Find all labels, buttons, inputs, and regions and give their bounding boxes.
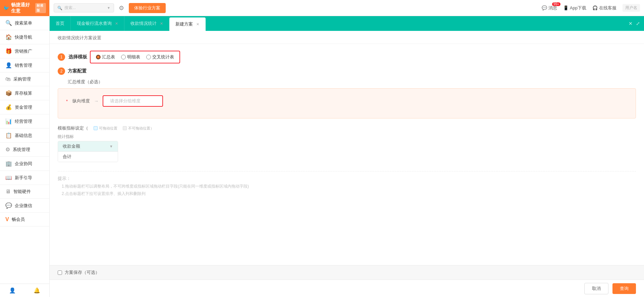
message-item[interactable]: 💬 消息 99+	[542, 5, 557, 11]
sidebar-item-member[interactable]: V 畅会员	[0, 213, 49, 227]
tips-section: 提示： 1.拖动标题栏可以调整布局，不可跨维度或指标区域拖动栏目字段(只能在同一…	[58, 171, 636, 201]
step1-label: 选择模板	[68, 54, 87, 60]
radio-summary-input[interactable]	[96, 55, 101, 59]
cancel-button[interactable]: 取消	[584, 283, 608, 294]
dimension-arrow: →	[94, 98, 99, 104]
tab-expand-icon[interactable]: ⤢	[636, 21, 640, 26]
sidebar-item-label: 企业协同	[15, 161, 32, 167]
radio-summary-label: 汇总表	[102, 54, 115, 60]
dimension-select[interactable]: 请选择分组维度	[103, 95, 163, 107]
sidebar-item-inventory[interactable]: 📦 库存核算	[0, 86, 49, 100]
indicator-section-label: 模板指标设定（	[58, 125, 88, 131]
step2-num: 2	[58, 67, 65, 75]
hardware-icon: 🖥	[5, 189, 11, 195]
tab-bank-flow-close[interactable]: ✕	[115, 21, 118, 26]
movable-label: 可拖动位置	[99, 126, 117, 131]
inventory-icon: 📦	[5, 90, 12, 96]
stat-col-header: 收款金额	[63, 143, 80, 149]
sidebar-item-label: 资金管理	[15, 104, 32, 110]
sidebar-item-system[interactable]: ⚙ 系统管理	[0, 143, 49, 157]
sidebar-item-guide[interactable]: 📖 新手引导	[0, 171, 49, 185]
sidebar-bottom-icon2[interactable]: 🔔	[34, 287, 40, 294]
sidebar-item-quick-nav[interactable]: 🏠 快捷导航	[0, 30, 49, 44]
app-download-item[interactable]: 📱 App下载	[563, 5, 586, 11]
content-area: 收款情况统计方案设置 1 选择模板 汇总表	[50, 31, 644, 280]
tips-item-2: 2.点击标题栏下拉可设置排序、插入列和删除列	[62, 190, 636, 198]
footer-bar: 取消 查询	[50, 280, 644, 297]
sidebar-item-wechat[interactable]: 💬 企业微信	[0, 199, 49, 213]
header-search-box[interactable]: 🔍 搜索... ▼	[54, 3, 114, 12]
logo-icon: 🐦	[3, 5, 9, 11]
tab-bank-flow[interactable]: 现金银行流水查询 ✕	[71, 16, 124, 31]
radio-cross-input[interactable]	[146, 55, 151, 59]
sidebar-item-label: 企业微信	[15, 203, 32, 209]
sidebar-item-finance[interactable]: 💰 资金管理	[0, 100, 49, 114]
sales-icon: 👤	[5, 62, 12, 68]
radio-detail-input[interactable]	[121, 55, 126, 59]
sidebar-bottom-icon1[interactable]: 👤	[9, 287, 16, 294]
gear-icon[interactable]: ⚙	[119, 4, 124, 12]
service-icon: 🎧	[592, 5, 598, 10]
tab-bar-right: ✕ ⤢	[625, 16, 644, 31]
sidebar-item-operation[interactable]: 📊 经营管理	[0, 114, 49, 129]
trial-btn[interactable]: 体验行业方案	[129, 3, 166, 13]
stat-col-row: 合计	[63, 154, 71, 159]
tab-new-plan[interactable]: 新建方案 ✕	[169, 17, 206, 31]
radio-detail[interactable]: 明细表	[121, 54, 140, 60]
tips-title: 提示：	[58, 176, 636, 182]
tab-close-all-icon[interactable]: ✕	[629, 21, 633, 26]
save-checkbox[interactable]	[58, 270, 62, 275]
tab-new-plan-label: 新建方案	[175, 21, 193, 27]
user-name[interactable]: 用户名	[623, 4, 640, 12]
sidebar-item-label: 库存核算	[15, 90, 32, 96]
dimension-label-text: 汇总维度（必选）	[68, 79, 103, 84]
query-button[interactable]: 查询	[612, 283, 636, 294]
save-label: 方案保存（可选）	[65, 269, 100, 276]
indicator-chevron-icon[interactable]: ▼	[109, 144, 113, 148]
tab-receipt-stat-close[interactable]: ✕	[160, 21, 163, 26]
sidebar-item-label: 新手引导	[15, 175, 32, 181]
indicator-label-row: 模板指标设定（ 可拖动位置 不可拖动位置）	[58, 125, 636, 131]
tab-bar: 首页 现金银行流水查询 ✕ 收款情况统计 ✕ 新建方案 ✕ ✕ ⤢	[50, 16, 644, 31]
radio-cross-label: 交叉统计表	[152, 54, 174, 60]
form-content: 1 选择模板 汇总表 明细表	[50, 44, 644, 265]
sidebar-item-label: 系统管理	[13, 147, 30, 153]
save-section: 方案保存（可选）	[50, 265, 644, 280]
vertical-label: 纵向维度	[72, 98, 90, 104]
sidebar-item-hardware[interactable]: 🖥 智能硬件	[0, 185, 49, 199]
tab-bank-flow-label: 现金银行流水查询	[77, 20, 112, 27]
stat-col: 统计指标 收款金额 ▼ 合计	[58, 134, 118, 163]
sidebar-item-label: 经营管理	[15, 118, 32, 125]
fixed-tag: 不可拖动位置）	[123, 126, 154, 131]
sidebar-item-search-menu[interactable]: 🔍 搜索菜单	[0, 16, 49, 30]
sidebar-item-label: 搜索菜单	[15, 20, 32, 26]
tab-new-plan-close[interactable]: ✕	[196, 22, 199, 27]
radio-cross[interactable]: 交叉统计表	[146, 54, 174, 60]
radio-summary[interactable]: 汇总表	[96, 54, 115, 60]
tab-home[interactable]: 首页	[50, 16, 71, 31]
step2-section: 2 方案配置 汇总维度（必选） * 纵向维度 → 请选择分组维度	[58, 67, 636, 201]
step2-label: 方案配置	[68, 68, 87, 74]
sidebar-item-basic-info[interactable]: 📋 基础信息	[0, 129, 49, 143]
tab-receipt-stat[interactable]: 收款情况统计 ✕	[124, 16, 169, 31]
indicator-table-row: 合计	[58, 152, 118, 162]
radio-detail-label: 明细表	[127, 54, 140, 60]
sidebar-item-purchase[interactable]: 🛍 采购管理	[0, 72, 49, 86]
app-download-label: App下载	[570, 5, 586, 11]
sidebar-item-marketing[interactable]: 🎁 营销推广	[0, 44, 49, 58]
sidebar-bottom: 👤 🔔	[0, 284, 49, 297]
enterprise-icon: 🏢	[5, 160, 12, 167]
sidebar-item-sales[interactable]: 👤 销售管理	[0, 58, 49, 72]
top-header: 🔍 搜索... ▼ ⚙ 体验行业方案 💬 消息 99+ 📱 App下载 🎧 在线…	[50, 0, 644, 16]
template-row: 汇总表 明细表 交叉统计表	[90, 51, 180, 63]
operation-icon: 📊	[5, 118, 12, 125]
movable-dot	[94, 126, 98, 130]
sidebar-item-label: 采购管理	[13, 76, 31, 82]
finance-icon: 💰	[5, 104, 12, 110]
quick-nav-icon: 🏠	[5, 34, 12, 40]
member-icon: V	[5, 216, 9, 222]
search-dropdown-icon[interactable]: ▼	[107, 6, 110, 10]
online-service-item[interactable]: 🎧 在线客服	[592, 5, 616, 11]
sidebar-item-label: 基础信息	[15, 133, 32, 139]
sidebar-item-enterprise[interactable]: 🏢 企业协同	[0, 157, 49, 171]
